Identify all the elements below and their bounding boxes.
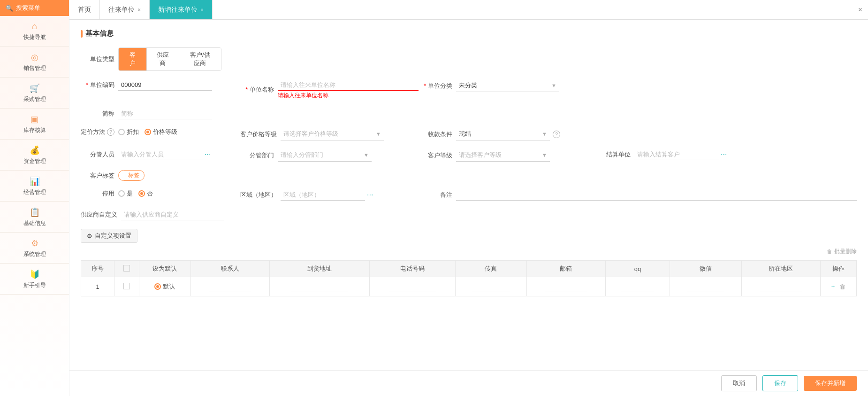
type-btn-supplier[interactable]: 供应商 [147,48,179,70]
sidebar-item-inventory[interactable]: ▣ 库存核算 [0,109,69,140]
customer-price-label: 客户价格等级 [240,130,281,139]
email-input[interactable] [545,281,587,292]
location-input[interactable] [760,281,802,292]
default-radio-circle [154,283,161,290]
supplier-custom-input[interactable] [121,209,224,220]
type-btn-both[interactable]: 客户/供应商 [179,48,221,70]
row-email [527,277,606,296]
pricing-help-icon[interactable]: ? [107,128,114,136]
sidebar-item-label: 新手引导 [23,281,46,289]
sidebar-item-purchase[interactable]: 🛒 采购管理 [0,78,69,109]
add-row-icon[interactable]: + [831,283,835,290]
address-input[interactable] [291,281,348,292]
row-location [741,277,820,296]
contact-input[interactable] [209,281,251,292]
fax-input[interactable] [472,281,510,292]
save-new-button[interactable]: 保存并新增 [804,376,857,391]
settlement-more-btn[interactable]: ··· [719,150,729,159]
row-address [269,277,369,296]
col-location: 所在地区 [741,261,820,277]
form-content: 基本信息 单位类型 客户 供应商 客户/供应商 * 单位编码 [69,20,868,370]
supplier-custom-row: 供应商自定义 [81,209,857,220]
region-more-btn[interactable]: ··· [365,191,375,199]
custom-settings-button[interactable]: ⚙ 自定义项设置 [81,229,137,243]
chevron-down-icon: ▼ [542,131,547,137]
unit-name-input-group: 请输入往来单位名称 [278,79,419,100]
unit-category-select[interactable]: 未分类 ▼ [456,79,559,92]
sidebar-item-quick-nav[interactable]: ⌂ 快捷导航 [0,16,69,47]
delete-row-icon[interactable]: 🗑 [839,283,845,290]
batch-delete-label[interactable]: 批量删除 [834,248,857,256]
row-default-radio[interactable]: 默认 [144,282,186,291]
unit-code-input[interactable] [118,79,212,91]
save-button[interactable]: 保存 [762,375,798,391]
sidebar-item-label: 采购管理 [23,95,46,103]
inventory-icon: ▣ [30,114,38,124]
phone-input[interactable] [389,281,436,292]
disabled-radio-no[interactable]: 否 [138,189,153,198]
col-default: 设为默认 [139,261,190,277]
manager-input[interactable] [118,149,203,160]
custom-settings-area: ⚙ 自定义项设置 [81,229,857,243]
tab-partners-close[interactable]: × [137,7,141,13]
pricing-radio-level[interactable]: 价格等级 [145,128,177,136]
system-icon: ⚙ [31,238,38,248]
abbr-input[interactable] [118,108,212,119]
remark-input[interactable] [456,189,857,201]
chevron-down-icon: ▼ [364,152,369,158]
pricing-radio-discount[interactable]: 折扣 [118,128,139,136]
customer-price-placeholder: 请选择客户价格等级 [283,130,374,138]
sidebar-item-basic-info[interactable]: 📋 基础信息 [0,202,69,233]
col-num: 序号 [81,261,114,277]
region-input[interactable] [281,189,365,201]
tab-new-partner-label: 新增往来单位 [158,6,198,14]
type-btn-customer[interactable]: 客户 [119,48,147,70]
tab-new-partner[interactable]: 新增往来单位 × [150,0,213,19]
no-radio-circle [138,190,145,197]
yes-radio-circle [118,190,125,197]
pricing-row: 定价方法 ? 折扣 价格等级 客户价格等级 [81,128,857,140]
wechat-input[interactable] [687,281,724,292]
finance-icon: 💰 [30,145,40,155]
sidebar-item-operation[interactable]: 📊 经营管理 [0,171,69,202]
row-qq [605,277,670,296]
unit-name-field: * 单位名称 请输入往来单位名称 [240,79,419,100]
region-label: 区域（地区） [240,191,281,199]
qq-input[interactable] [621,281,654,292]
pricing-radio-group: 折扣 价格等级 [118,128,177,136]
disabled-radio-yes[interactable]: 是 [118,189,133,198]
payment-select[interactable]: 现结 ▼ [456,128,550,140]
table-header: 序号 设为默认 联系人 到货地址 电话号码 传真 邮箱 qq 微信 所在地区 操… [81,261,857,277]
manager-more-btn[interactable]: ··· [203,150,213,159]
customer-price-select[interactable]: 请选择客户价格等级 ▼ [281,128,384,140]
col-qq: qq [605,261,670,277]
table-body: 1 默认 [81,277,857,296]
select-all-checkbox[interactable] [123,265,130,272]
payment-help-icon[interactable]: ? [553,131,560,138]
table-row: 1 默认 [81,277,857,296]
sidebar-item-finance[interactable]: 💰 资金管理 [0,140,69,171]
unit-name-input[interactable] [278,79,419,91]
cancel-button[interactable]: 取消 [721,375,757,391]
row-checkbox[interactable] [123,283,130,289]
row-action: + 🗑 [820,277,856,296]
batch-delete-area: 🗑 批量删除 [81,248,857,256]
dept-select[interactable]: 请输入分管部门 ▼ [278,149,372,162]
sidebar-item-guide[interactable]: 🔰 新手引导 [0,264,69,295]
tag-add-button[interactable]: + 标签 [118,170,145,181]
sidebar-item-label: 快捷导航 [23,33,46,41]
settlement-input[interactable] [634,149,719,160]
supplier-custom-field: 供应商自定义 [81,209,268,220]
tab-partners[interactable]: 往来单位 × [100,0,150,19]
purchase-icon: 🛒 [30,83,40,93]
search-menu-item[interactable]: 🔍 搜索菜单 [0,0,69,16]
col-fax: 传真 [455,261,527,277]
close-all-tabs[interactable]: × [853,6,868,14]
operation-icon: 📊 [30,176,40,186]
sidebar-item-sales[interactable]: ◎ 销售管理 [0,47,69,78]
sidebar-item-system[interactable]: ⚙ 系统管理 [0,233,69,264]
tab-home[interactable]: 首页 [69,0,100,19]
disabled-label: 停用 [81,189,118,198]
tab-new-partner-close[interactable]: × [200,7,204,13]
customer-level-select[interactable]: 请选择客户等级 ▼ [456,149,550,162]
